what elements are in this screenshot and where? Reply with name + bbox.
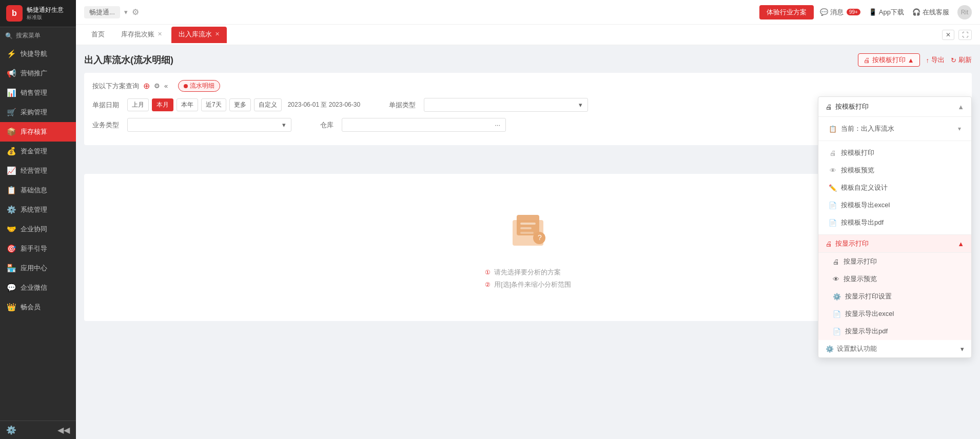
- basic-icon: 📋: [6, 186, 16, 195]
- username-display[interactable]: 畅捷通...: [84, 6, 120, 18]
- print-template-btn[interactable]: 🖨 按模板打印 ▲: [858, 53, 920, 67]
- tab-flow-label: 出入库流水: [179, 30, 212, 39]
- sidebar-nav: ⚡ 快捷导航 📢 营销推广 📊 销售管理 🛒 采购管理 📦 库存核算 💰 资金管…: [0, 44, 76, 421]
- sidebar-item-member[interactable]: 👑 畅会员: [0, 297, 76, 317]
- messages-label: 消息: [830, 8, 844, 17]
- sidebar-item-app-center[interactable]: 🏪 应用中心: [0, 258, 76, 278]
- date-range-display: 2023-06-01 至 2023-06-30: [288, 101, 360, 109]
- date-btn-7days[interactable]: 近7天: [201, 98, 226, 111]
- sidebar-item-sales[interactable]: 📊 销售管理: [0, 83, 76, 103]
- display-print-label: 按显示打印: [844, 257, 877, 266]
- date-btn-more[interactable]: 更多: [229, 98, 251, 111]
- filter-collapse-icon[interactable]: «: [164, 82, 168, 90]
- display-section-label: 按显示打印: [835, 239, 869, 248]
- sidebar-item-system[interactable]: ⚙️ 系统管理: [0, 200, 76, 220]
- dropdown-template-excel[interactable]: 📄 按模板导出excel: [818, 196, 971, 214]
- online-service-btn[interactable]: 🎧 在线客服: [912, 8, 949, 17]
- sidebar-item-finance[interactable]: 💰 资金管理: [0, 142, 76, 161]
- hint1-num: ①: [485, 269, 491, 276]
- sidebar-item-inventory[interactable]: 📦 库存核算: [0, 122, 76, 142]
- sidebar-item-operations[interactable]: 📈 经营管理: [0, 161, 76, 181]
- settings-gear-icon[interactable]: ⚙: [132, 7, 139, 17]
- export-btn[interactable]: ↑ 导出: [926, 55, 945, 65]
- filter-settings-icon[interactable]: ⚙: [154, 82, 160, 90]
- app-name: 畅捷通好生意: [27, 6, 64, 14]
- voucher-type-select[interactable]: ▾: [424, 98, 588, 112]
- sidebar-item-wechat[interactable]: 💬 企业微信: [0, 278, 76, 297]
- tab-batch-account[interactable]: 库存批次账 ✕: [114, 27, 169, 43]
- logo-area: b 畅捷通好生意 标准版: [0, 0, 76, 27]
- quick-nav-icon: ⚡: [6, 49, 16, 58]
- hint2-text: 用[选]条件来缩小分析范围: [494, 281, 571, 288]
- display-print-icon: 🖨: [833, 258, 839, 266]
- date-btn-custom[interactable]: 自定义: [254, 98, 282, 111]
- business-type-dropdown-icon: ▾: [282, 121, 286, 129]
- display-excel-icon: 📄: [833, 310, 841, 318]
- sidebar: b 畅捷通好生意 标准版 🔍 搜索菜单 ⚡ 快捷导航 📢 营销推广 📊 销售管理…: [0, 0, 76, 439]
- dropdown-template-pdf[interactable]: 📄 按模板导出pdf: [818, 214, 971, 231]
- current-template-item[interactable]: 📋 当前：出入库流水 ▾: [818, 120, 971, 137]
- template-preview-icon: 👁: [829, 166, 837, 174]
- logo-text-block: 畅捷通好生意 标准版: [27, 6, 64, 22]
- date-btn-last-month[interactable]: 上月: [127, 98, 149, 111]
- warehouse-more-icon: ···: [495, 121, 500, 129]
- search-label: 搜索菜单: [16, 31, 41, 40]
- logo-icon: b: [6, 5, 23, 22]
- footer-chevron-icon: ▾: [961, 345, 964, 353]
- sidebar-item-label: 新手引导: [21, 244, 47, 253]
- trial-btn[interactable]: 体验行业方案: [759, 5, 814, 19]
- template-excel-icon: 📄: [829, 201, 837, 209]
- app-download-btn[interactable]: 📱 App下载: [869, 8, 904, 17]
- sidebar-item-guide[interactable]: 🎯 新手引导: [0, 239, 76, 258]
- dropdown-display-print[interactable]: 🖨 按显示打印: [818, 253, 971, 270]
- print-header-icon: 🖨: [826, 103, 832, 111]
- tab-batch-account-label: 库存批次账: [121, 30, 154, 39]
- date-label: 单据日期: [92, 101, 119, 110]
- dropdown-display-preview[interactable]: 👁 按显示预览: [818, 270, 971, 288]
- messages-icon: 💬: [820, 8, 828, 16]
- date-btn-this-year[interactable]: 本年: [177, 98, 198, 111]
- sidebar-item-purchase[interactable]: 🛒 采购管理: [0, 103, 76, 122]
- wechat-icon: 💬: [6, 283, 16, 292]
- operations-icon: 📈: [6, 166, 16, 175]
- inventory-icon: 📦: [6, 127, 16, 136]
- add-filter-icon[interactable]: ⊕: [143, 81, 150, 91]
- display-print-section-header[interactable]: 🖨 按显示打印 ▲: [818, 235, 971, 253]
- display-pdf-label: 按显示导出pdf: [845, 327, 888, 336]
- dropdown-template-custom[interactable]: ✏️ 模板自定义设计: [818, 179, 971, 196]
- sidebar-item-quick-nav[interactable]: ⚡ 快捷导航: [0, 44, 76, 64]
- business-type-select[interactable]: ▾: [127, 118, 291, 132]
- tab-flow[interactable]: 出入库流水 ✕: [171, 27, 227, 43]
- dropdown-display-pdf[interactable]: 📄 按显示导出pdf: [818, 323, 971, 340]
- dropdown-chevron-up[interactable]: ▲: [957, 103, 964, 111]
- print-dropdown-chevron[interactable]: ▲: [908, 56, 914, 64]
- tab-flow-close-icon[interactable]: ✕: [215, 31, 220, 37]
- dropdown-display-settings[interactable]: ⚙️ 按显示打印设置: [818, 288, 971, 305]
- dropdown-template-print[interactable]: 🖨 按模板打印: [818, 144, 971, 162]
- messages-btn[interactable]: 💬 消息 99+: [820, 8, 860, 17]
- tab-close-all-btn[interactable]: ✕: [942, 30, 954, 40]
- username-dropdown-icon[interactable]: ▾: [124, 8, 128, 16]
- sidebar-item-collab[interactable]: 🤝 企业协同: [0, 220, 76, 239]
- sidebar-item-marketing[interactable]: 📢 营销推广: [0, 64, 76, 83]
- tab-bar: 首页 库存批次账 ✕ 出入库流水 ✕ ✕ ⛶: [76, 25, 980, 45]
- system-icon: ⚙️: [6, 205, 16, 214]
- sales-icon: 📊: [6, 88, 16, 97]
- warehouse-select[interactable]: ···: [342, 118, 506, 132]
- dropdown-template-preview[interactable]: 👁 按模板预览: [818, 162, 971, 179]
- current-selection-section: 📋 当前：出入库流水 ▾: [818, 117, 971, 141]
- dropdown-footer[interactable]: ⚙️ 设置默认功能 ▾: [818, 340, 971, 357]
- dropdown-display-excel[interactable]: 📄 按显示导出excel: [818, 305, 971, 323]
- sidebar-item-basic[interactable]: 📋 基础信息: [0, 181, 76, 200]
- tab-batch-close-icon[interactable]: ✕: [158, 31, 162, 37]
- settings-footer-icon[interactable]: ⚙️: [6, 425, 16, 435]
- sidebar-search[interactable]: 🔍 搜索菜单: [0, 27, 76, 44]
- date-btn-this-month[interactable]: 本月: [152, 98, 173, 111]
- tab-home[interactable]: 首页: [84, 27, 112, 43]
- collapse-sidebar-icon[interactable]: ◀◀: [57, 425, 70, 435]
- refresh-btn[interactable]: ↻ 刷新: [951, 55, 972, 65]
- user-avatar[interactable]: Rit: [957, 5, 972, 19]
- app-version: 标准版: [27, 14, 64, 21]
- empty-hint1: ① 请先选择要分析的方案: [485, 266, 572, 278]
- tab-maximize-btn[interactable]: ⛶: [958, 30, 972, 40]
